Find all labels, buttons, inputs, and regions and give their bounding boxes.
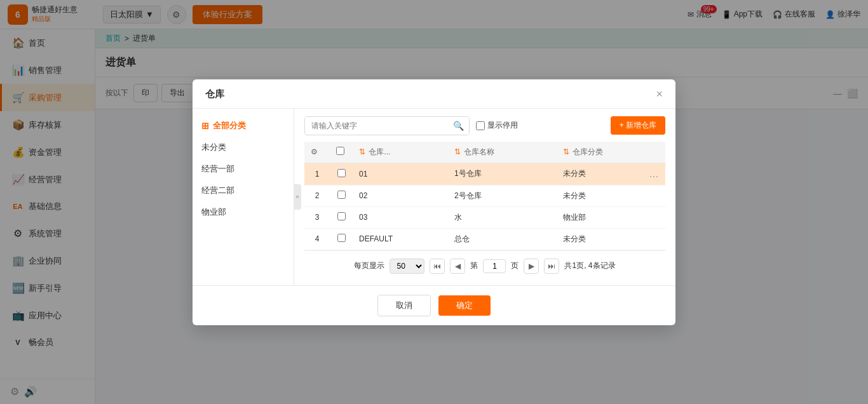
col-label-category: 仓库分类 xyxy=(573,147,603,156)
table-row: 2 02 2号仓库 未分类 xyxy=(304,185,665,206)
category-item-property[interactable]: 物业部 xyxy=(193,201,294,223)
row-code-1: 02 xyxy=(353,185,448,206)
modal-overlay: 仓库 × ⊞ 全部分类 未分类 经营一部 经营二部 xyxy=(0,0,868,404)
search-button[interactable]: 🔍 xyxy=(448,117,469,135)
row-category-1: 未分类 xyxy=(557,185,665,206)
page-input[interactable] xyxy=(483,259,506,273)
col-header-checkbox xyxy=(330,142,353,163)
next-page-button[interactable]: ▶ xyxy=(524,259,539,274)
add-warehouse-button[interactable]: + 新增仓库 xyxy=(611,116,665,135)
category-label-uncategorized: 未分类 xyxy=(201,142,226,152)
category-item-dept2[interactable]: 经营二部 xyxy=(193,180,294,201)
row-num-3: 4 xyxy=(304,228,330,250)
table-row: 4 DEFAULT 总仓 未分类 xyxy=(304,228,665,250)
first-page-button[interactable]: ⏮ xyxy=(430,259,445,274)
select-all-checkbox[interactable] xyxy=(336,147,344,155)
row-num-1: 2 xyxy=(304,185,330,206)
table-header-row: ⚙ ⇅ 仓库... ⇅ 仓库名称 xyxy=(304,142,665,163)
warehouse-table: ⚙ ⇅ 仓库... ⇅ 仓库名称 xyxy=(304,142,665,250)
col-header-category[interactable]: ⇅ 仓库分类 xyxy=(557,142,665,163)
table-row: 1 01 1号仓库 未分类… xyxy=(304,163,665,185)
row-name-1: 2号仓库 xyxy=(448,185,557,206)
row-category-0: 未分类… xyxy=(557,163,665,185)
row-category-3: 未分类 xyxy=(557,228,665,250)
category-item-dept1[interactable]: 经营一部 xyxy=(193,158,294,180)
per-page-label: 每页显示 xyxy=(354,260,384,271)
collapse-sidebar-button[interactable]: « xyxy=(294,184,301,210)
row-checkbox-0[interactable] xyxy=(330,163,353,185)
col-header-code[interactable]: ⇅ 仓库... xyxy=(353,142,448,163)
grid-icon: ⊞ xyxy=(201,121,209,131)
row-category-2: 物业部 xyxy=(557,206,665,228)
modal-title: 仓库 xyxy=(205,88,224,100)
row-num-2: 3 xyxy=(304,206,330,228)
cancel-button[interactable]: 取消 xyxy=(377,295,431,316)
show-disabled-checkbox[interactable] xyxy=(476,121,485,130)
page-summary: 共1页, 4条记录 xyxy=(564,260,615,271)
category-item-uncategorized[interactable]: 未分类 xyxy=(193,137,294,158)
modal-table-area: 🔍 显示停用 + 新增仓库 ⚙ xyxy=(294,109,675,285)
row-num-0: 1 xyxy=(304,163,330,185)
col-header-name[interactable]: ⇅ 仓库名称 xyxy=(448,142,557,163)
col-header-gear: ⚙ xyxy=(304,142,330,163)
modal-body: ⊞ 全部分类 未分类 经营一部 经营二部 物业部 « xyxy=(193,109,675,285)
row-checkbox-3[interactable] xyxy=(330,228,353,250)
show-disabled-checkbox-label[interactable]: 显示停用 xyxy=(476,120,518,131)
row-name-3: 总仓 xyxy=(448,228,557,250)
modal-toolbar: 🔍 显示停用 + 新增仓库 xyxy=(304,116,665,135)
row-code-2: 03 xyxy=(353,206,448,228)
search-input[interactable] xyxy=(305,118,448,134)
modal-close-button[interactable]: × xyxy=(656,88,663,100)
collapse-icon: « xyxy=(295,193,299,200)
table-row: 3 03 水 物业部 xyxy=(304,206,665,228)
row-checkbox-1[interactable] xyxy=(330,185,353,206)
modal-pagination: 每页显示 50 10 20 100 ⏮ ◀ 第 页 ▶ ⏭ 共1页, 4条记录 xyxy=(304,250,665,278)
category-all[interactable]: ⊞ 全部分类 xyxy=(193,115,294,137)
per-page-select[interactable]: 50 10 20 100 xyxy=(390,259,424,274)
sort-icon-category: ⇅ xyxy=(563,147,569,156)
row-code-0: 01 xyxy=(353,163,448,185)
category-label-dept2: 经营二部 xyxy=(201,185,234,195)
page-prefix-label: 第 xyxy=(470,260,478,271)
col-label-code: 仓库... xyxy=(369,147,390,156)
category-sidebar: ⊞ 全部分类 未分类 经营一部 经营二部 物业部 « xyxy=(193,109,294,285)
sort-icon-code: ⇅ xyxy=(359,147,365,156)
table-scroll-area: ⚙ ⇅ 仓库... ⇅ 仓库名称 xyxy=(304,142,665,250)
warehouse-modal: 仓库 × ⊞ 全部分类 未分类 经营一部 经营二部 xyxy=(193,79,675,325)
prev-page-button[interactable]: ◀ xyxy=(450,259,465,274)
category-label-dept1: 经营一部 xyxy=(201,164,234,173)
row-name-2: 水 xyxy=(448,206,557,228)
row-code-3: DEFAULT xyxy=(353,228,448,250)
modal-footer: 取消 确定 xyxy=(193,285,675,325)
page-unit-label: 页 xyxy=(511,260,519,271)
ok-button[interactable]: 确定 xyxy=(438,295,491,316)
row-actions-0[interactable]: … xyxy=(649,168,659,180)
show-disabled-label: 显示停用 xyxy=(487,120,518,131)
last-page-button[interactable]: ⏭ xyxy=(544,259,559,274)
table-body: 1 01 1号仓库 未分类… 2 02 2号仓库 未分类 3 03 水 物业部 … xyxy=(304,163,665,250)
category-all-label: 全部分类 xyxy=(213,120,246,131)
modal-header: 仓库 × xyxy=(193,79,675,109)
row-name-0: 1号仓库 xyxy=(448,163,557,185)
row-checkbox-2[interactable] xyxy=(330,206,353,228)
search-box: 🔍 xyxy=(304,116,470,135)
sort-icon-name: ⇅ xyxy=(454,147,461,156)
col-label-name: 仓库名称 xyxy=(464,147,494,156)
category-label-property: 物业部 xyxy=(201,207,226,217)
